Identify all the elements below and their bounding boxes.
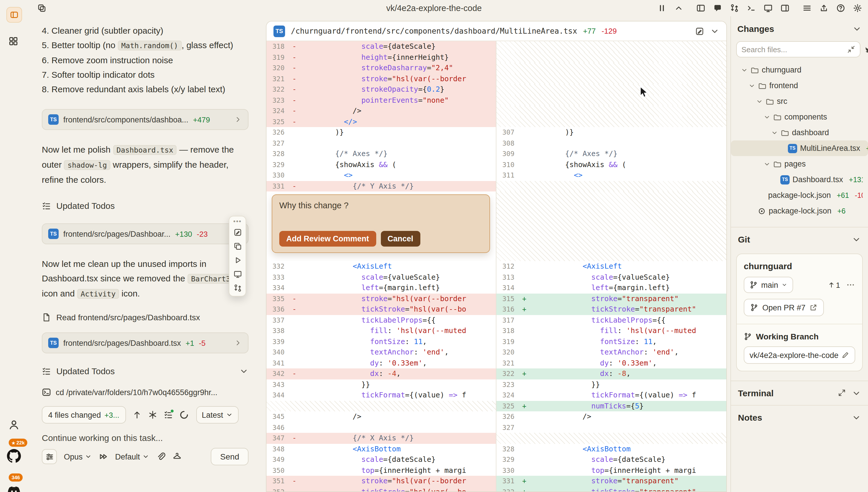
diff-row[interactable]: 351- stroke="hsl(var(--border331+ stroke… <box>266 476 726 487</box>
settings-icon[interactable] <box>853 3 862 13</box>
diff-empty-cell[interactable] <box>496 63 726 73</box>
diff-context-line[interactable]: 330 top={innerHeight + margi <box>496 465 726 476</box>
diff-context-line[interactable]: 341 dy: '0.33em', <box>266 358 496 368</box>
diff-row[interactable]: 340 textAnchor: 'end',320 textAnchor: 'e… <box>266 347 726 358</box>
diff-row[interactable]: 347- {/* X Axis */} <box>266 433 726 444</box>
line-number[interactable]: 328 <box>496 444 518 454</box>
run-icon[interactable] <box>233 256 242 265</box>
diff-empty-cell[interactable] <box>496 433 726 444</box>
terminal-icon[interactable] <box>747 3 756 13</box>
diff-context-line[interactable]: 330 <> <box>266 170 496 181</box>
line-number[interactable]: 310 <box>496 159 518 170</box>
file-change-chip-1[interactable]: TS frontend/src/components/dashboa... +4… <box>42 109 249 130</box>
diff-context-line[interactable]: 323 }} <box>496 379 726 390</box>
diff-empty-cell[interactable] <box>496 116 726 127</box>
panel-left-icon[interactable] <box>696 3 705 13</box>
line-number[interactable]: 316 <box>496 304 518 315</box>
line-number[interactable]: 325 <box>496 401 518 411</box>
diff-deleted-line[interactable]: 318- scale={dateScale} <box>266 41 496 52</box>
diff-empty-cell[interactable] <box>496 84 726 95</box>
line-number[interactable]: 320 <box>496 347 518 358</box>
diff-row[interactable]: 342- dx: -4,322+ dx: -8, <box>266 368 726 379</box>
diff-deleted-line[interactable]: 319- height={innerHeight} <box>266 52 496 63</box>
diff-row[interactable]: 319- height={innerHeight} <box>266 52 726 63</box>
copy-icon[interactable] <box>233 242 242 251</box>
diff-context-line[interactable]: 317 tickLabelProps={{ <box>496 315 726 325</box>
collapse-up-icon[interactable] <box>674 3 683 13</box>
account-icon[interactable] <box>8 419 20 430</box>
diff-context-line[interactable]: 308 <box>496 138 726 149</box>
diff-context-line[interactable]: 313 scale={valueScale} <box>496 272 726 282</box>
diff-context-line[interactable]: 321 dy: '0.33em', <box>496 358 726 368</box>
line-number[interactable]: 322 <box>496 368 518 379</box>
diff-row[interactable]: 322- strokeOpacity={0.2} <box>266 84 726 95</box>
tree-row-src[interactable]: src <box>736 93 863 109</box>
diff-row[interactable]: 333 scale={valueScale}313 scale={valueSc… <box>266 272 726 282</box>
drag-handle[interactable]: ••• <box>233 219 241 223</box>
line-number[interactable]: 340 <box>266 347 288 358</box>
file-change-chip-3[interactable]: TS frontend/src/pages/Dashboard.tsx +1 -… <box>42 333 249 353</box>
diff-row[interactable]: 325- </> <box>266 116 726 127</box>
working-branch-field[interactable]: vk/4e2a-explore-the-code <box>744 346 855 364</box>
diff-deleted-line[interactable]: 335- stroke="hsl(var(--border <box>266 293 496 304</box>
line-number[interactable]: 324 <box>266 105 288 116</box>
compare-icon[interactable] <box>233 284 242 292</box>
more-options-icon[interactable] <box>846 280 855 290</box>
fast-forward-icon[interactable] <box>99 452 108 461</box>
diff-row[interactable]: 348 <AxisBottom328 <AxisBottom <box>266 444 726 454</box>
diff-empty-cell[interactable] <box>496 73 726 84</box>
diff-context-line[interactable]: 324 tickFormat={(value) => f <box>496 390 726 401</box>
line-number[interactable]: 329 <box>266 159 288 170</box>
line-number[interactable]: 315 <box>496 293 518 304</box>
line-number[interactable]: 349 <box>266 454 288 465</box>
line-number[interactable]: 323 <box>266 95 288 105</box>
diff-added-line[interactable]: 332+ tickStroke="transparent" <box>496 487 726 492</box>
expand-icon[interactable] <box>838 389 846 397</box>
diff-deleted-line[interactable]: 325- </> <box>266 116 496 127</box>
cancel-button[interactable]: Cancel <box>381 231 420 247</box>
line-number[interactable]: 337 <box>266 315 288 325</box>
open-pr-button[interactable]: Open PR #7 <box>744 299 824 316</box>
review-icon[interactable] <box>233 228 242 237</box>
line-number[interactable]: 336 <box>266 304 288 315</box>
diff-added-line[interactable]: 331+ stroke="transparent" <box>496 476 726 487</box>
line-number[interactable]: 324 <box>496 390 518 401</box>
line-number[interactable]: 307 <box>496 127 518 138</box>
diff-row[interactable]: 334 left={margin.left}314 left={margin.l… <box>266 282 726 293</box>
diff-context-line[interactable]: 346 <box>266 422 496 433</box>
diff-deleted-line[interactable]: 324- /> <box>266 105 496 116</box>
diff-context-line[interactable]: 319 fontSize: 11, <box>496 336 726 347</box>
line-number[interactable]: 351 <box>266 476 288 487</box>
line-number[interactable]: 334 <box>266 282 288 293</box>
diff-context-line[interactable]: 314 left={margin.left} <box>496 282 726 293</box>
diff-empty-cell[interactable] <box>496 105 726 116</box>
diff-context-line[interactable]: 348 <AxisBottom <box>266 444 496 454</box>
line-number[interactable]: 332 <box>496 487 518 492</box>
diff-context-line[interactable]: 328 <AxisBottom <box>496 444 726 454</box>
diff-context-line[interactable]: 333 scale={valueScale} <box>266 272 496 282</box>
diff-row[interactable]: 343 }}323 }} <box>266 379 726 390</box>
diff-row[interactable]: 331- {/* Y Axis */} <box>266 181 726 192</box>
line-number[interactable]: 343 <box>266 379 288 390</box>
diff-context-line[interactable]: 339 fontSize: 11, <box>266 336 496 347</box>
terminal-section-header[interactable]: Terminal <box>731 380 868 405</box>
line-number[interactable]: 319 <box>496 336 518 347</box>
line-number[interactable]: 321 <box>496 358 518 368</box>
git-section-header[interactable]: Git <box>731 227 868 251</box>
diff-row[interactable]: 344 tickFormat={(value) => f324 tickForm… <box>266 390 726 401</box>
diff-context-line[interactable]: 312 <AxisLeft <box>496 261 726 272</box>
diff-empty-cell[interactable] <box>496 181 726 192</box>
menu-icon[interactable] <box>802 3 812 13</box>
line-number[interactable]: 319 <box>266 52 288 63</box>
line-number[interactable]: 327 <box>496 422 518 433</box>
line-number[interactable]: 352 <box>266 487 288 492</box>
diff-context-line[interactable]: 311 <> <box>496 170 726 181</box>
panel-right-icon[interactable] <box>780 3 790 13</box>
workspace-tab-active[interactable] <box>6 7 22 23</box>
display-icon[interactable] <box>233 270 242 278</box>
diff-row[interactable]: 350 top={innerHeight + margi330 top={inn… <box>266 465 726 476</box>
github-icon[interactable] <box>7 449 21 463</box>
diff-row[interactable]: 330 <>311 <> <box>266 170 726 181</box>
line-number[interactable]: 348 <box>266 444 288 454</box>
attach-icon[interactable] <box>156 452 165 461</box>
